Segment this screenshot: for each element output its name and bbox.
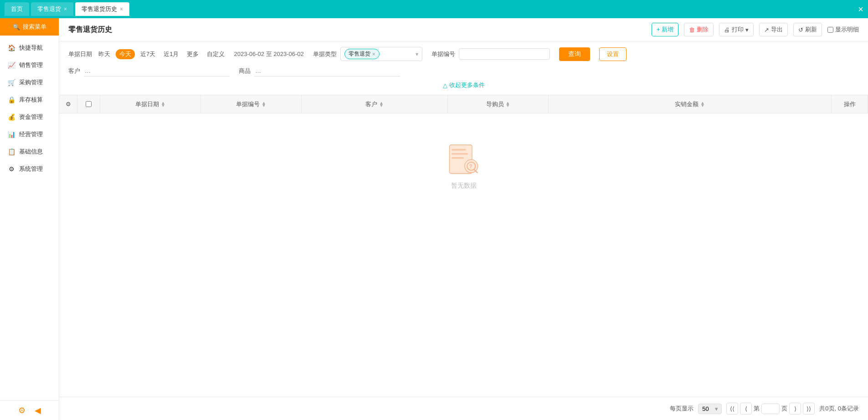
page-title: 零售退货历史 [68,25,112,35]
collapse-sidebar-icon[interactable]: ◀ [35,405,41,415]
tab-home[interactable]: 首页 [5,2,29,16]
customer-filter: 客户 [68,66,230,77]
delete-button[interactable]: 🗑 删除 [684,23,714,36]
page-last-button[interactable]: ⟩⟩ [803,403,815,415]
select-all-checkbox[interactable] [86,101,92,107]
settings-column-icon: ⚙ [66,101,71,108]
quick-nav-icon: 🏠 [7,44,15,52]
sidebar-item-basic-info[interactable]: 📋 基础信息 [0,143,59,160]
purchase-icon: 🛒 [7,78,15,87]
customer-sort-icon: ▲▼ [379,102,384,107]
amount-sort-icon: ▲▼ [700,102,705,107]
sidebar-item-operation[interactable]: 📊 经营管理 [0,126,59,143]
show-detail-checkbox-label[interactable]: 显示明细 [827,26,859,34]
operation-icon: 📊 [7,130,15,138]
th-date[interactable]: 单据日期 ▲▼ [100,95,201,113]
content-area: 零售退货历史 + 新增 🗑 删除 🖨 打印 ▾ ↗ 导出 ↺ [59,18,868,420]
settings-footer-icon[interactable]: ⚙ [18,405,26,415]
date-opt-today[interactable]: 今天 [116,49,135,59]
empty-state-text: 暂无数据 [451,182,477,190]
sidebar-item-sales-label: 销售管理 [19,61,43,69]
window-close-button[interactable]: × [858,4,863,15]
sidebar-item-finance[interactable]: 💰 资金管理 [0,108,59,126]
page-prev-button[interactable]: ⟨ [740,403,752,415]
filter-area: 单据日期 昨天 今天 近7天 近1月 更多 自定义 2023-06-02 至 2… [59,41,868,95]
th-checkbox[interactable] [77,95,100,113]
sidebar-item-purchase[interactable]: 🛒 采购管理 [0,74,59,91]
sidebar-item-inventory[interactable]: 🔒 库存核算 [0,91,59,108]
order-no-input[interactable] [459,48,550,60]
refresh-button[interactable]: ↺ 刷新 [793,23,822,36]
collapse-button[interactable]: △ 收起更多条件 [443,81,485,89]
sidebar: 🔍 搜索菜单 🏠 快捷导航 📈 销售管理 🛒 采购管理 🔒 库存核算 💰 [0,18,59,420]
page-next-button[interactable]: ⟩ [789,403,801,415]
tab-retail-return[interactable]: 零售退货 × [31,2,73,16]
table-area: ⚙ 单据日期 ▲▼ 单据编号 ▲▼ 客户 ▲▼ 导购员 [59,95,868,397]
th-guide-label: 导购员 [486,100,504,108]
print-label: 打印 [732,26,744,34]
refresh-icon: ↺ [798,26,803,33]
filter-row-1: 单据日期 昨天 今天 近7天 近1月 更多 自定义 2023-06-02 至 2… [68,47,859,61]
sidebar-item-operation-label: 经营管理 [19,130,43,138]
date-opt-more[interactable]: 更多 [184,49,201,59]
th-date-label: 单据日期 [135,100,159,108]
order-type-select-wrapper[interactable]: 零售退货 × ▾ [340,47,422,61]
sidebar-search[interactable]: 🔍 搜索菜单 [0,18,59,36]
new-button[interactable]: + 新增 [652,23,678,36]
delete-label: 删除 [697,26,709,34]
sidebar-menu: 🏠 快捷导航 📈 销售管理 🛒 采购管理 🔒 库存核算 💰 资金管理 📊 [0,36,59,400]
collapse-label: 收起更多条件 [449,81,485,89]
sidebar-item-quick-nav-label: 快捷导航 [19,44,43,52]
print-button[interactable]: 🖨 打印 ▾ [719,23,754,36]
order-type-tag-value: 零售退货 [349,50,370,58]
sidebar-item-system[interactable]: ⚙ 系统管理 [0,160,59,178]
goods-label: 商品 [239,67,251,75]
order-no-filter: 单据编号 [431,48,550,60]
th-guide[interactable]: 导购员 ▲▼ [448,95,549,113]
set-button[interactable]: 设置 [599,47,627,61]
collapse-row: △ 收起更多条件 [68,81,859,89]
query-button[interactable]: 查询 [559,47,590,61]
date-filter-label: 单据日期 [68,50,92,58]
per-page-select[interactable]: 20 50 100 [698,404,722,414]
th-customer[interactable]: 客户 ▲▼ [302,95,448,113]
date-opt-7days[interactable]: 近7天 [138,49,158,59]
order-no-sort-icon: ▲▼ [262,102,266,107]
date-opt-custom[interactable]: 自定义 [204,49,227,59]
customer-input[interactable] [84,66,230,77]
page-first-button[interactable]: ⟨⟨ [726,403,738,415]
date-opt-1month[interactable]: 近1月 [161,49,181,59]
empty-state-icon: ? [443,141,484,182]
print-arrow-icon: ▾ [745,26,749,33]
tab-retail-return-history-close[interactable]: × [120,6,123,12]
sidebar-item-quick-nav[interactable]: 🏠 快捷导航 [0,39,59,56]
print-icon: 🖨 [724,26,730,33]
th-amount[interactable]: 实销金额 ▲▼ [549,95,832,113]
guide-sort-icon: ▲▼ [506,102,510,107]
page-input[interactable]: 1 [761,404,780,414]
header-actions: + 新增 🗑 删除 🖨 打印 ▾ ↗ 导出 ↺ 刷新 [652,23,859,36]
tab-retail-return-close[interactable]: × [64,6,67,12]
sidebar-item-sales[interactable]: 📈 销售管理 [0,56,59,74]
page-header: 零售退货历史 + 新增 🗑 删除 🖨 打印 ▾ ↗ 导出 ↺ [59,18,868,41]
page-suffix: 页 [781,405,787,413]
date-range-display: 2023-06-02 至 2023-06-02 [234,50,303,58]
tab-retail-return-history-label: 零售退货历史 [82,5,117,13]
tab-retail-return-history[interactable]: 零售退货历史 × [75,2,129,16]
order-type-tag-close[interactable]: × [372,51,375,57]
goods-input[interactable] [254,66,400,77]
sidebar-item-basic-info-label: 基础信息 [19,148,43,156]
order-type-filter: 单据类型 零售退货 × ▾ [313,47,422,61]
export-button[interactable]: ↗ 导出 [759,23,788,36]
collapse-arrow-icon: △ [443,82,447,89]
inventory-icon: 🔒 [7,96,15,104]
tab-list: 首页 零售退货 × 零售退货历史 × [5,2,858,16]
sidebar-item-inventory-label: 库存核算 [19,96,43,104]
th-settings[interactable]: ⚙ [59,95,77,113]
th-order-no[interactable]: 单据编号 ▲▼ [201,95,302,113]
date-opt-yesterday[interactable]: 昨天 [96,49,113,59]
system-icon: ⚙ [7,165,15,173]
sidebar-search-label: 搜索菜单 [23,23,46,31]
filter-row-2: 客户 商品 [68,66,859,77]
show-detail-checkbox[interactable] [827,27,833,33]
